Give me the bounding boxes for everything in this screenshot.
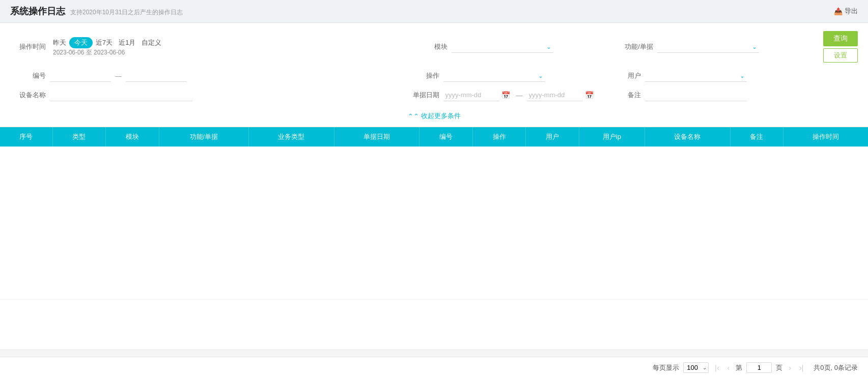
time-range-display: 2023-06-06 至 2023-06-06: [53, 48, 164, 57]
remark-segment: 备注: [600, 89, 797, 101]
page-summary: 共0页, 0条记录: [814, 363, 858, 372]
user-segment: 用户 ⌄: [600, 70, 797, 82]
table-container: 序号 类型 模块 功能/单据 业务类型 单据日期 编号 操作 用户 用户ip 设…: [0, 127, 868, 350]
operation-segment: 操作 ⌄: [404, 70, 600, 82]
device-input[interactable]: [50, 89, 192, 101]
per-page-select[interactable]: 100 20 50 200: [683, 362, 709, 373]
page-prev-button[interactable]: ‹: [725, 363, 732, 373]
date-to-input[interactable]: [527, 89, 583, 101]
operation-select[interactable]: [443, 70, 545, 82]
col-userip: 用户ip: [579, 127, 645, 147]
time-filter-group: 昨天 今天 近7天 近1月 自定义: [50, 37, 164, 48]
table-header-row: 序号 类型 模块 功能/单据 业务类型 单据日期 编号 操作 用户 用户ip 设…: [0, 127, 868, 147]
page-first-button[interactable]: |‹: [713, 363, 721, 373]
time-btn-7days[interactable]: 近7天: [93, 37, 116, 48]
function-select[interactable]: [657, 41, 759, 53]
time-label: 操作时间: [10, 42, 46, 51]
module-label: 模块: [412, 42, 447, 51]
collapse-button[interactable]: ⌃⌃ 收起更多条件: [408, 111, 461, 121]
table-body: [0, 147, 868, 299]
export-icon: 📤: [834, 7, 843, 15]
page-header: 系统操作日志 支持2020年10月31日之后产生的操作日志 📤 导出: [0, 0, 868, 23]
col-device: 设备名称: [645, 127, 730, 147]
col-operation: 操作: [472, 127, 525, 147]
page-last-button[interactable]: ›|: [797, 363, 805, 373]
query-button[interactable]: 查询: [823, 31, 858, 46]
calendar-from-icon[interactable]: 📅: [501, 91, 510, 99]
user-select[interactable]: [645, 70, 747, 82]
function-select-wrap: ⌄: [657, 41, 759, 53]
date-label: 单据日期: [404, 91, 439, 100]
col-docdate: 单据日期: [334, 127, 419, 147]
id-segment: 编号 —: [10, 70, 404, 82]
time-btn-yesterday[interactable]: 昨天: [50, 37, 69, 48]
user-select-wrap: ⌄: [645, 70, 747, 82]
export-label: 导出: [845, 7, 858, 16]
col-module: 模块: [106, 127, 159, 147]
module-segment: 模块 ⌄: [412, 41, 612, 53]
device-segment: 设备名称: [10, 89, 404, 101]
page-unit: 页: [776, 363, 782, 372]
function-label: 功能/单据: [612, 42, 653, 51]
col-remark: 备注: [730, 127, 783, 147]
id-label: 编号: [10, 71, 46, 80]
page-label: 第: [736, 363, 742, 372]
remark-input[interactable]: [645, 89, 747, 101]
time-btn-today[interactable]: 今天: [69, 37, 93, 48]
module-select-wrap: ⌄: [452, 41, 553, 53]
remark-label: 备注: [600, 91, 641, 100]
col-user: 用户: [526, 127, 579, 147]
module-select[interactable]: [452, 41, 553, 53]
table-header: 序号 类型 模块 功能/单据 业务类型 单据日期 编号 操作 用户 用户ip 设…: [0, 127, 868, 147]
collapse-label: 收起更多条件: [421, 111, 461, 121]
id-input-to[interactable]: [126, 70, 187, 82]
col-id: 编号: [419, 127, 472, 147]
filter-row-2: 编号 — 操作 ⌄ 用户: [10, 70, 858, 82]
filter-row-1: 操作时间 昨天 今天 近7天 近1月 自定义 2023-06-06 至 2023…: [10, 31, 858, 63]
collapse-bar: ⌃⌃ 收起更多条件: [10, 108, 858, 122]
user-label: 用户: [600, 71, 641, 80]
function-segment: 功能/单据 ⌄: [612, 41, 813, 53]
date-dash: —: [516, 92, 523, 99]
calendar-to-icon[interactable]: 📅: [585, 91, 594, 99]
horizontal-scrollbar[interactable]: [0, 350, 868, 357]
export-button[interactable]: 📤 导出: [834, 7, 858, 16]
device-label: 设备名称: [10, 91, 46, 100]
pagination-bar: 每页显示 100 20 50 200 ⌄ |‹ ‹ 第 页 › ›| 共0页, …: [0, 357, 868, 378]
id-dash: —: [115, 72, 122, 80]
per-page-label: 每页显示: [653, 363, 679, 372]
col-function: 功能/单据: [159, 127, 248, 147]
settings-button[interactable]: 设置: [823, 48, 858, 63]
date-segment: 单据日期 📅 — 📅: [404, 89, 600, 101]
per-page-wrap: 100 20 50 200 ⌄: [683, 362, 709, 373]
data-table: 序号 类型 模块 功能/单据 业务类型 单据日期 编号 操作 用户 用户ip 设…: [0, 127, 868, 300]
page-title: 系统操作日志: [10, 5, 65, 17]
filter-area: 操作时间 昨天 今天 近7天 近1月 自定义 2023-06-06 至 2023…: [0, 23, 868, 127]
empty-cell: [0, 147, 868, 299]
page-subtitle: 支持2020年10月31日之后产生的操作日志: [70, 8, 183, 17]
id-input-from[interactable]: [50, 70, 111, 82]
empty-row: [0, 147, 868, 299]
page-next-button[interactable]: ›: [787, 363, 793, 373]
operation-label: 操作: [404, 71, 439, 80]
time-btn-custom[interactable]: 自定义: [138, 37, 164, 48]
date-from-input[interactable]: [443, 89, 499, 101]
operation-select-wrap: ⌄: [443, 70, 545, 82]
page-input[interactable]: [746, 362, 772, 373]
col-seq: 序号: [0, 127, 52, 147]
col-biztype: 业务类型: [249, 127, 334, 147]
time-filter-segment: 操作时间 昨天 今天 近7天 近1月 自定义 2023-06-06 至 2023…: [10, 37, 412, 57]
col-type: 类型: [52, 127, 105, 147]
col-optime: 操作时间: [783, 127, 868, 147]
time-btn-1month[interactable]: 近1月: [116, 37, 138, 48]
filter-row-3: 设备名称 单据日期 📅 — 📅 备注: [10, 89, 858, 101]
header-left: 系统操作日志 支持2020年10月31日之后产生的操作日志: [10, 5, 183, 17]
collapse-chevron-icon: ⌃⌃: [408, 112, 419, 120]
action-buttons: 查询 设置: [823, 31, 858, 63]
